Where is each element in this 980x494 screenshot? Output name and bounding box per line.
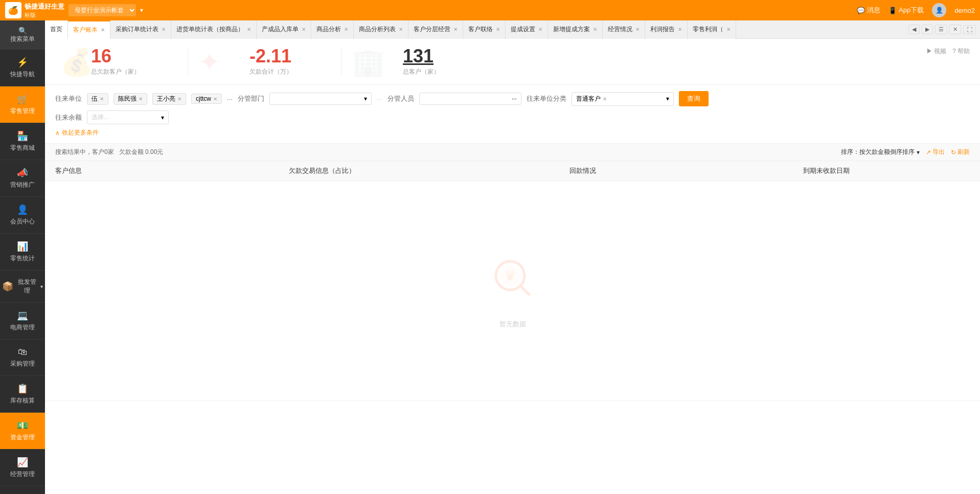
tab-customer-ledger[interactable]: 客户账本 ✕	[68, 20, 110, 39]
tab-add-commission[interactable]: 新增提成方案 ✕	[548, 20, 603, 39]
wholesale-icon: 📦	[2, 281, 13, 292]
col-customer-info: 客户信息	[45, 161, 279, 181]
tab-close-retail-profit[interactable]: ✕	[726, 27, 731, 32]
export-button[interactable]: ↗ 导出	[926, 148, 945, 156]
user-avatar[interactable]: 👤	[932, 3, 946, 17]
sidebar-item-basic-info[interactable]: ℹ 基础信息	[0, 486, 45, 494]
tab-prev-btn[interactable]: ◀	[908, 25, 920, 34]
tab-menu-btn[interactable]: ☰	[935, 25, 947, 34]
filter-ellipsis-1: ···	[377, 95, 382, 103]
tab-finished-goods[interactable]: 产成品入库单 ✕	[257, 20, 311, 39]
tag-close-cjttcw[interactable]: ✕	[213, 96, 217, 102]
svg-line-2	[520, 286, 529, 295]
tab-purchase-goods[interactable]: 进货单统计表（按商品） ✕	[171, 20, 257, 39]
tab-close-operations[interactable]: ✕	[635, 27, 640, 32]
unit-class-selector[interactable]: 普通客户 ✕ ▾	[572, 92, 674, 106]
stat-value-amount: -2.11	[249, 47, 291, 65]
video-help-btn[interactable]: ▶ 视频	[926, 47, 946, 56]
table-body: 暂无数据	[45, 181, 980, 401]
tab-next-btn[interactable]: ▶	[922, 25, 933, 34]
tab-commission-settings[interactable]: 提成设置 ✕	[506, 20, 548, 39]
sidebar-item-retail-stats[interactable]: 📊 零售统计	[0, 234, 45, 271]
main-layout: 🔍 搜索菜单 ⚡ 快捷导航 🛒 零售管理 🏪 零售商城 📣 营销推广 👤	[0, 20, 980, 494]
stat-label-customers: 总欠款客户（家）	[91, 68, 140, 76]
balance-filter-label: 往来余额	[55, 113, 82, 122]
sidebar-item-retail-mall[interactable]: 🏪 零售商城	[0, 123, 45, 160]
tab-home[interactable]: 首页	[45, 20, 68, 39]
person-selector[interactable]: ···	[419, 93, 521, 105]
refresh-button[interactable]: ↻ 刷新	[951, 148, 970, 156]
tab-bar: 首页 客户账本 ✕ 采购订单统计表 ✕ 进货单统计表（按商品） ✕ 产成品入库单…	[45, 20, 980, 39]
tag-close-normal[interactable]: ✕	[603, 96, 607, 102]
tab-goods-analysis[interactable]: 商品分析 ✕	[311, 20, 354, 39]
search-menu[interactable]: 🔍 搜索菜单	[0, 20, 45, 50]
messages-btn[interactable]: 💬 消息	[857, 6, 880, 15]
sidebar-item-quick-nav[interactable]: ⚡ 快捷导航	[0, 50, 45, 86]
sidebar-item-retail[interactable]: 🛒 零售管理	[0, 86, 45, 123]
sidebar-item-finance[interactable]: 💵 资金管理	[0, 413, 45, 450]
stats-area: 💰 16 总欠款客户（家） ✦ -2.11 欠款合计（万） 🏢 131	[45, 39, 980, 85]
stat-block-customers: 💰 16 总欠款客户（家）	[55, 47, 188, 76]
sidebar-item-wholesale[interactable]: 📦 批发管理 ▾	[0, 271, 45, 303]
query-button[interactable]: 查询	[679, 91, 709, 106]
tab-goods-list[interactable]: 商品分析列表 ✕	[354, 20, 408, 39]
tab-close-goods-analysis[interactable]: ✕	[344, 27, 348, 32]
dept-filter-label: 分管部门	[238, 94, 264, 103]
sidebar-item-ecommerce[interactable]: 💻 电商管理	[0, 303, 45, 340]
tab-close-purchase-stats[interactable]: ✕	[162, 27, 166, 32]
sidebar: 🔍 搜索菜单 ⚡ 快捷导航 🛒 零售管理 🏪 零售商城 📣 营销推广 👤	[0, 20, 45, 494]
tab-close-commission-settings[interactable]: ✕	[538, 27, 542, 32]
selector-arrow: ▾	[140, 7, 143, 14]
main-content: 💰 16 总欠款客户（家） ✦ -2.11 欠款合计（万） 🏢 131	[45, 39, 980, 494]
logo-text: 畅捷通好生意	[25, 2, 64, 11]
logo-area: 🍊 畅捷通好生意 标版	[5, 2, 64, 19]
tag-close-chen[interactable]: ✕	[139, 96, 143, 102]
tag-close-wu[interactable]: ✕	[100, 96, 104, 102]
ecommerce-icon: 💻	[17, 310, 28, 321]
balance-selector[interactable]: 选择... ▾	[87, 110, 169, 124]
dept-selector[interactable]: ▾	[269, 93, 372, 105]
filter-tag-chen: 陈民强 ✕	[113, 93, 147, 105]
tab-retail-profit[interactable]: 零售利润（ ✕	[688, 20, 736, 39]
sidebar-item-operations[interactable]: 📈 经营管理	[0, 450, 45, 486]
tab-customer-contact[interactable]: 客户联络 ✕	[463, 20, 506, 39]
tab-close-all-btn[interactable]: ✕	[949, 25, 961, 34]
content-area: 首页 客户账本 ✕ 采购订单统计表 ✕ 进货单统计表（按商品） ✕ 产成品入库单…	[45, 20, 980, 494]
sort-button[interactable]: 排序：按欠款金额倒序排序 ▾	[841, 148, 920, 156]
results-summary: 搜索结果中，客户0家 欠款金额 0.00元	[55, 148, 163, 156]
sidebar-item-purchase[interactable]: 🛍 采购管理	[0, 340, 45, 376]
inventory-icon: 📋	[17, 383, 28, 394]
tab-close-add-commission[interactable]: ✕	[593, 27, 597, 32]
filter-tag-wu: 伍 ✕	[87, 93, 108, 105]
collapse-btn[interactable]: ∧ 收起更多条件	[55, 128, 99, 137]
filter-more-tags[interactable]: ···	[227, 95, 233, 103]
retail-icon: 🛒	[17, 94, 28, 105]
tab-operations[interactable]: 经营情况 ✕	[603, 20, 645, 39]
tab-close-goods-list[interactable]: ✕	[399, 27, 403, 32]
tab-purchase-stats[interactable]: 采购订单统计表 ✕	[110, 20, 171, 39]
sidebar-item-member[interactable]: 👤 会员中心	[0, 197, 45, 234]
stat-value-customers: 16	[91, 47, 111, 65]
account-selector[interactable]: 母婴行业演示帐套	[69, 4, 136, 16]
sidebar-item-inventory[interactable]: 📋 库存核算	[0, 376, 45, 413]
tab-close-finished-goods[interactable]: ✕	[302, 27, 306, 32]
app-download-btn[interactable]: 📱 App下载	[888, 6, 924, 15]
tab-close-customer-layer[interactable]: ✕	[453, 27, 458, 32]
tab-close-customer-contact[interactable]: ✕	[496, 27, 500, 32]
tab-close-customer-ledger[interactable]: ✕	[101, 27, 105, 33]
tab-close-profit-report[interactable]: ✕	[678, 27, 682, 32]
empty-icon	[487, 253, 538, 313]
tag-close-wang[interactable]: ✕	[177, 96, 181, 102]
tab-close-purchase-goods[interactable]: ✕	[247, 27, 251, 32]
purchase-icon: 🛍	[18, 347, 27, 357]
tab-fullscreen-btn[interactable]: ⛶	[963, 25, 976, 34]
dept-selector-arrow: ▾	[364, 95, 367, 102]
logo-sub: 标版	[25, 11, 64, 19]
sidebar-item-marketing[interactable]: 📣 营销推广	[0, 160, 45, 197]
tab-customer-layer[interactable]: 客户分层经营 ✕	[408, 20, 463, 39]
person-filter-label: 分管人员	[388, 94, 414, 103]
sort-icon: ▾	[917, 149, 920, 156]
help-btn[interactable]: ? 帮助	[952, 47, 970, 56]
tab-profit-report[interactable]: 利润报告 ✕	[645, 20, 688, 39]
user-name[interactable]: demo2	[954, 7, 975, 14]
